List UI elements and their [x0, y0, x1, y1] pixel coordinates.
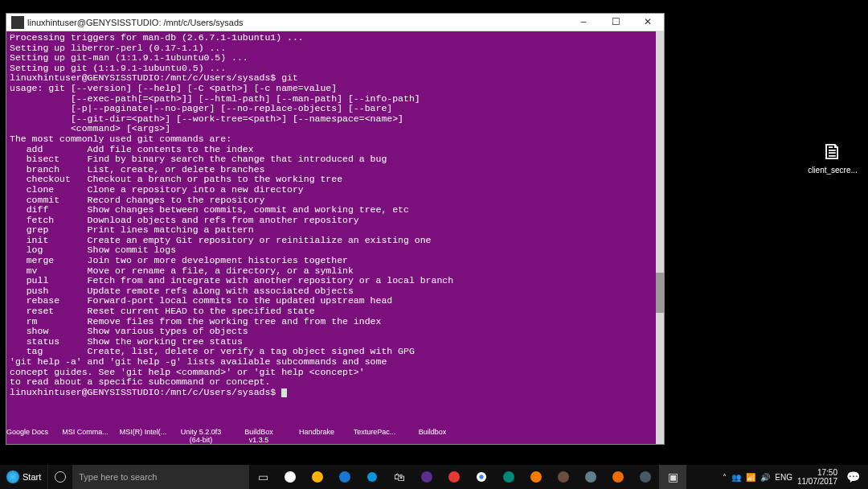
svg-point-2 [480, 475, 484, 479]
tray-time: 17:50 [797, 468, 837, 477]
taskbar-app-10[interactable] [550, 465, 577, 489]
terminal-line: reset Reset current HEAD to the specifie… [10, 306, 661, 317]
file-label: client_secre... [807, 166, 858, 175]
taskbar-app-1[interactable] [276, 465, 304, 489]
terminal-line: diff Show changes between commits, commi… [10, 205, 661, 216]
desktop-shortcut[interactable]: Google Docs [3, 428, 51, 436]
desktop-shortcut[interactable]: Buildbox [408, 428, 457, 436]
shortcut-label: Google Docs [3, 428, 51, 436]
terminal-line: merge Join two or more development histo… [10, 256, 661, 266]
taskbar-app-8[interactable] [495, 465, 522, 489]
taskbar-app-9[interactable] [522, 465, 550, 489]
desktop-shortcut[interactable]: Handbrake [293, 428, 341, 436]
terminal-icon [11, 16, 24, 29]
taskbar-terminal[interactable]: ▣ [659, 465, 686, 489]
tray-people-icon[interactable]: 👥 [731, 473, 741, 482]
minimize-button[interactable]: – [567, 14, 600, 31]
terminal-line: [-p|--paginate|--no-pager] [--no-replace… [10, 104, 661, 114]
svg-point-0 [367, 472, 377, 482]
terminal-line: pull Fetch from and integrate with anoth… [10, 276, 661, 286]
shortcut-label: TexturePac... [350, 428, 399, 436]
maximize-button[interactable]: ☐ [600, 14, 632, 31]
terminal-line: show Show various types of objects [10, 327, 661, 337]
shortcut-label: Handbrake [293, 428, 341, 436]
terminal-line: bisect Find by binary search the change … [10, 154, 661, 165]
desktop-shortcut[interactable]: MSI Comma... [61, 428, 109, 436]
start-button[interactable]: Start [0, 465, 48, 489]
file-icon-client-secre[interactable]: 🗎 client_secre... [807, 138, 858, 175]
tray-clock[interactable]: 17:50 11/07/2017 [797, 468, 837, 486]
desktop-shortcut[interactable]: Unity 5.2.0f3 (64-bit) [177, 428, 225, 444]
taskbar-chrome[interactable] [468, 465, 495, 489]
terminal-line: Processing triggers for man-db (2.6.7.1-… [10, 33, 661, 43]
shortcut-label: BuildBox v1.3.5 [235, 428, 283, 444]
taskbar-app-13[interactable] [632, 465, 659, 489]
desktop-shortcut[interactable]: TexturePac... [350, 428, 399, 436]
document-icon: 🗎 [807, 138, 858, 166]
terminal-line: clone Clone a repository into a new dire… [10, 185, 661, 195]
taskbar-app-6[interactable] [440, 465, 468, 489]
task-icons: ▭ 🛍 ▣ [249, 465, 686, 489]
search-input[interactable]: Type here to search [72, 465, 249, 489]
taskbar: Start Type here to search ▭ 🛍 ▣ [0, 465, 868, 489]
tray-language[interactable]: ENG [775, 473, 792, 482]
taskbar-store[interactable]: 🛍 [386, 465, 413, 489]
desktop-shortcut[interactable]: MSI(R) Intel(... [119, 428, 167, 436]
desktop-icon-row: Google DocsMSI Comma...MSI(R) Intel(...U… [3, 428, 457, 463]
taskbar-edge[interactable] [358, 465, 386, 489]
start-logo-icon [6, 471, 19, 483]
scrollbar[interactable] [656, 31, 664, 444]
terminal-body[interactable]: Processing triggers for man-db (2.6.7.1-… [6, 31, 664, 444]
terminal-line: Setting up git-man (1:1.9.1-1ubuntu0.5) … [10, 53, 661, 64]
cortana-button[interactable] [48, 465, 72, 489]
shortcut-label: Unity 5.2.0f3 (64-bit) [177, 428, 225, 444]
tray-chevron-up-icon[interactable]: ˄ [723, 473, 727, 482]
taskbar-app-11[interactable] [577, 465, 604, 489]
terminal-cursor [281, 388, 287, 397]
terminal-line: usage: git [--version] [--help] [-C <pat… [10, 84, 661, 94]
shortcut-label: MSI(R) Intel(... [119, 428, 167, 436]
shortcut-label: Buildbox [408, 428, 457, 436]
titlebar[interactable]: linuxhintuser@GENYSISSTUDIO: /mnt/c/User… [6, 14, 664, 31]
terminal-window: linuxhintuser@GENYSISSTUDIO: /mnt/c/User… [6, 13, 665, 445]
taskbar-app-5[interactable] [413, 465, 440, 489]
terminal-line: linuxhintuser@GENYSISSTUDIO:/mnt/c/Users… [10, 388, 661, 398]
start-label: Start [23, 472, 41, 482]
window-title: linuxhintuser@GENYSISSTUDIO: /mnt/c/User… [27, 18, 567, 27]
tray-date: 11/07/2017 [797, 477, 837, 486]
terminal-line: The most commonly used git commands are: [10, 134, 661, 145]
task-view-button[interactable]: ▭ [249, 465, 276, 489]
tray-wifi-icon[interactable]: 📶 [746, 473, 755, 482]
tray-notifications-icon[interactable]: 💬 [842, 471, 863, 483]
tray-volume-icon[interactable]: 🔊 [760, 473, 770, 482]
cortana-ring-icon [55, 471, 66, 483]
terminal-line: 'git help -a' and 'git help -g' lists av… [10, 357, 661, 368]
desktop: linuxhintuser@GENYSISSTUDIO: /mnt/c/User… [0, 0, 868, 489]
search-placeholder: Type here to search [79, 472, 157, 482]
shortcut-label: MSI Comma... [61, 428, 109, 436]
scrollbar-thumb[interactable] [656, 273, 664, 313]
terminal-line: to read about a specific subcommand or c… [10, 377, 661, 388]
system-tray: ˄ 👥 📶 🔊 ENG 17:50 11/07/2017 💬 [718, 465, 868, 489]
terminal-line: grep Print lines matching a pattern [10, 225, 661, 236]
taskbar-app-2[interactable] [304, 465, 331, 489]
close-button[interactable]: ✕ [632, 14, 664, 31]
taskbar-app-12[interactable] [604, 465, 632, 489]
desktop-shortcut[interactable]: BuildBox v1.3.5 [235, 428, 283, 444]
taskbar-app-3[interactable] [331, 465, 358, 489]
